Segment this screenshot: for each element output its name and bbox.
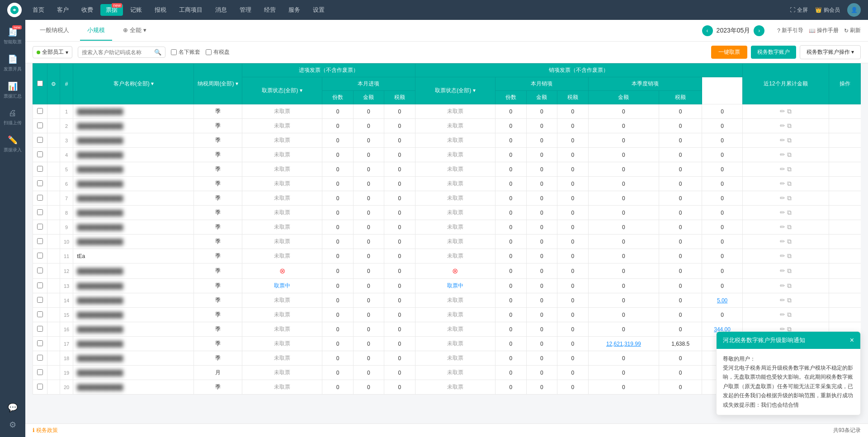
row-checkbox[interactable] [37, 166, 43, 172]
fullscreen-button[interactable]: ⛶ 全屏 [790, 6, 808, 14]
edit-icon[interactable]: ✏ [780, 136, 785, 144]
copy-icon[interactable]: ⧉ [787, 180, 792, 187]
row-checkbox[interactable] [37, 311, 43, 317]
row-checkbox[interactable] [37, 224, 43, 230]
th-in-fetch-status[interactable]: 取票状态(全部) ▾ [242, 77, 322, 104]
row-checkbox[interactable] [37, 238, 43, 244]
copy-icon[interactable]: ⧉ [787, 165, 792, 173]
period-prev-button[interactable]: ‹ [702, 25, 713, 36]
nav-item-operation[interactable]: 经营 [259, 4, 281, 16]
edit-icon[interactable]: ✏ [780, 194, 785, 202]
copy-icon[interactable]: ⧉ [787, 238, 792, 245]
th-out-fetch-status[interactable]: 取票状态(全部) ▾ [415, 77, 495, 104]
copy-icon[interactable]: ⧉ [787, 194, 792, 202]
th-tax-period[interactable]: 纳税周期(全部) ▾ [194, 64, 242, 104]
copy-icon[interactable]: ⧉ [787, 223, 792, 230]
edit-icon[interactable]: ✏ [780, 209, 785, 216]
edit-icon[interactable]: ✏ [780, 151, 785, 158]
edit-icon[interactable]: ✏ [780, 108, 785, 115]
copy-icon[interactable]: ⧉ [787, 267, 792, 274]
nav-item-manage[interactable]: 管理 [234, 4, 257, 16]
sidebar-item-invoice-summary[interactable]: 📊 票据汇总 [1, 78, 24, 103]
row-checkbox[interactable] [37, 340, 43, 346]
copy-icon[interactable]: ⧉ [787, 151, 792, 158]
row-checkbox[interactable] [37, 180, 43, 186]
edit-icon[interactable]: ✏ [780, 122, 785, 129]
row-checkbox[interactable] [37, 282, 43, 288]
client-name-cell: ████████████ [73, 162, 194, 177]
row-checkbox[interactable] [37, 268, 43, 273]
copy-icon[interactable]: ⧉ [787, 252, 792, 259]
sidebar-item-scan-upload[interactable]: 🖨 扫描上传 [1, 105, 24, 130]
row-checkbox[interactable] [37, 151, 43, 157]
avatar[interactable]: 👤 [847, 3, 861, 17]
tax-digital-account-button[interactable]: 税务数字账户 [751, 46, 796, 59]
nav-item-invoice[interactable]: 票据 new [100, 4, 123, 16]
settings-icon[interactable]: ⚙ [9, 420, 16, 430]
chat-icon[interactable]: 💬 [8, 403, 18, 413]
nav-item-client[interactable]: 客户 [52, 4, 74, 16]
copy-icon[interactable]: ⧉ [787, 311, 792, 318]
copy-icon[interactable]: ⧉ [787, 209, 792, 216]
nav-item-home[interactable]: 首页 [27, 4, 50, 16]
row-checkbox[interactable] [37, 297, 43, 303]
edit-icon[interactable]: ✏ [780, 267, 785, 274]
row-checkbox[interactable] [37, 195, 43, 201]
period-next-button[interactable]: › [754, 25, 764, 36]
row-checkbox[interactable] [37, 137, 43, 143]
edit-icon[interactable]: ✏ [780, 311, 785, 318]
row-checkbox[interactable] [37, 253, 43, 258]
row-checkbox[interactable] [37, 355, 43, 361]
row-checkbox[interactable] [37, 326, 43, 332]
employee-filter[interactable]: 全部员工 ▾ [33, 46, 72, 58]
row-checkbox[interactable] [37, 209, 43, 215]
nav-item-message[interactable]: 消息 [210, 4, 232, 16]
copy-icon[interactable]: ⧉ [787, 282, 792, 289]
copy-icon[interactable]: ⧉ [787, 136, 792, 144]
nav-item-business[interactable]: 工商项目 [174, 4, 208, 16]
row-checkbox[interactable] [37, 369, 43, 375]
select-all-checkbox[interactable] [37, 80, 43, 86]
edit-icon[interactable]: ✏ [780, 238, 785, 245]
tab-general-taxpayer[interactable]: 一般纳税人 [33, 21, 76, 41]
sidebar-item-invoice-entry[interactable]: ✏️ 票据录入 [1, 132, 24, 157]
edit-icon[interactable]: ✏ [780, 282, 785, 289]
tax-disk-checkbox[interactable] [206, 49, 212, 55]
refresh-button[interactable]: ↻ 刷新 [844, 27, 861, 34]
sidebar-item-invoice-open[interactable]: 📄 发票开具 [1, 51, 24, 76]
row-checkbox[interactable] [37, 384, 43, 390]
one-key-fetch-button[interactable]: 一键取票 [711, 46, 747, 59]
tax-policy-link[interactable]: ℹ 税务政策 [33, 427, 58, 434]
edit-icon[interactable]: ✏ [780, 296, 785, 304]
operation-manual-button[interactable]: 📖 操作手册 [809, 27, 839, 34]
nav-item-charge[interactable]: 收费 [76, 4, 99, 16]
copy-icon[interactable]: ⧉ [787, 108, 792, 115]
th-settings[interactable]: ⚙ [47, 64, 60, 104]
new-guide-button[interactable]: ? 新手引导 [777, 27, 803, 34]
th-client-name[interactable]: 客户名称(全部) ▾ [73, 64, 194, 104]
nav-item-tax[interactable]: 报税 [149, 4, 172, 16]
row-checkbox-cell [33, 249, 47, 263]
account-checkbox[interactable] [171, 49, 177, 55]
sidebar-item-smart-fetch[interactable]: new 🧾 智能取票 [1, 23, 24, 49]
nav-item-service[interactable]: 服务 [283, 4, 306, 16]
row-checkbox[interactable] [37, 108, 43, 114]
edit-icon[interactable]: ✏ [780, 252, 785, 259]
edit-icon[interactable]: ✏ [780, 223, 785, 230]
nav-item-bookkeeping[interactable]: 记账 [125, 4, 147, 16]
notification-close-button[interactable]: × [850, 336, 854, 344]
copy-icon[interactable]: ⧉ [787, 122, 792, 129]
copy-icon[interactable]: ⧉ [787, 296, 792, 304]
tax-digital-account-op-button[interactable]: 税务数字账户操作 ▾ [800, 45, 861, 59]
edit-icon[interactable]: ✏ [780, 165, 785, 173]
nav-item-settings[interactable]: 设置 [307, 4, 330, 16]
tab-small-scale[interactable]: 小规模 [80, 21, 112, 41]
edit-icon[interactable]: ✏ [780, 180, 785, 187]
checkbox-account[interactable]: 名下账套 [171, 48, 200, 56]
out-amount-cell: 0 [526, 263, 557, 279]
row-checkbox[interactable] [37, 122, 43, 128]
search-input[interactable] [82, 49, 154, 56]
checkbox-tax-disk[interactable]: 有税盘 [206, 48, 230, 56]
tab-all-capable[interactable]: ⊕ 全能 ▾ [116, 21, 154, 41]
member-button[interactable]: 👑 购会员 [815, 6, 840, 14]
